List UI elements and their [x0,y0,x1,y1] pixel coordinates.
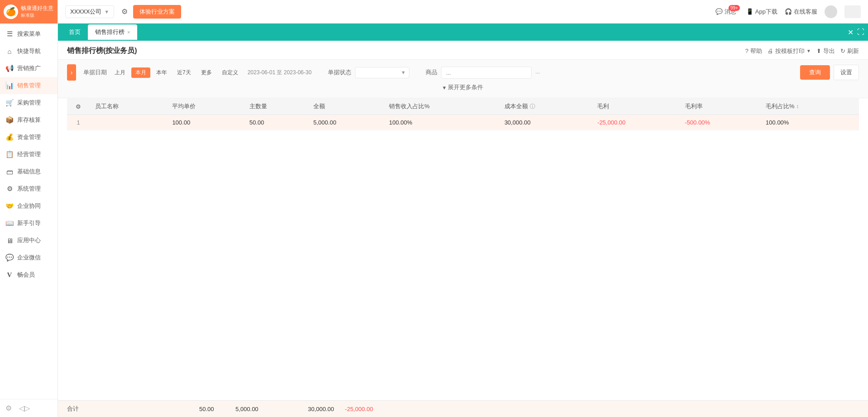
sidebar-item-label: 资金管理 [17,133,41,141]
summary-total: 5,000.00 [230,406,266,412]
date-filter: 单据日期 上月 本月 本年 近7天 更多 自定义 2023-06-01 至 20… [83,67,312,78]
sidebar-item-guide[interactable]: 📖 新手引导 [0,215,58,232]
sidebar-item-basic[interactable]: 🗃 基础信息 [0,163,58,180]
tabbar: 首页 销售排行榜 × ✕ ⛶ [58,24,868,41]
manage-icon: 📋 [5,150,14,158]
more-options-icon[interactable]: ··· [535,69,540,76]
sidebar-item-label: 快捷导航 [17,47,41,55]
print-button[interactable]: 🖨 按模板打印 ▼ [767,47,811,55]
sidebar-item-collab[interactable]: 🤝 企业协同 [0,197,58,215]
sidebar: 🍊 畅康通好生意 标准版 ☰ 搜索菜单 ⌂ 快捷导航 📢 营销推广 📊 销售管理… [0,0,58,417]
sidebar-item-manage[interactable]: 📋 经营管理 [0,146,58,163]
sidebar-item-marketing[interactable]: 📢 营销推广 [0,60,58,77]
info-icon[interactable]: ⓘ [530,103,535,110]
finance-icon: 💰 [5,133,14,141]
col-gross-profit: 毛利 [592,98,679,115]
sales-ranking-table: ⚙ 员工名称 平均单价 主数量 全额 销售收入占比% 成本全额 ⓘ 毛利 毛利率… [67,98,859,130]
cell-gp-pct: 100.00% [760,115,859,130]
sidebar-item-finance[interactable]: 💰 资金管理 [0,129,58,146]
tab-home-label: 首页 [69,28,81,36]
tab-active-label: 销售排行榜 [95,28,125,36]
message-icon: 💬 [715,8,723,15]
sidebar-item-wechat[interactable]: 💬 企业微信 [0,249,58,266]
sidebar-logo: 🍊 畅康通好生意 标准版 [0,0,58,24]
expand-more-button[interactable]: ▾ 展开更多条件 [67,81,859,93]
sidebar-item-purchase[interactable]: 🛒 采购管理 [0,94,58,111]
refresh-button[interactable]: ↻ 刷新 [840,47,859,55]
status-select[interactable]: 已审核 未审核 [355,67,409,78]
topbar-settings-icon[interactable]: ⚙ [121,7,128,16]
sidebar-item-system[interactable]: ⚙ 系统管理 [0,180,58,197]
tab-home[interactable]: 首页 [62,24,88,40]
collab-icon: 🤝 [5,202,14,210]
sidebar-item-apps[interactable]: 🖥 应用中心 [0,232,58,249]
app-download-button[interactable]: 📱 App下载 [746,8,777,16]
system-icon: ⚙ [5,185,14,193]
query-button[interactable]: 查询 [800,65,830,80]
sort-icon[interactable]: ↕ [796,103,799,110]
summary-label: 合计 [67,405,158,413]
settings-button[interactable]: 设置 [834,65,859,80]
col-main-qty: 主数量 [244,98,308,115]
sidebar-item-nav[interactable]: ⌂ 快捷导航 [0,43,58,60]
date-opt-this-year[interactable]: 本年 [152,67,171,78]
date-opt-more[interactable]: 更多 [197,67,216,78]
sidebar-item-inventory[interactable]: 📦 库存核算 [0,111,58,129]
help-button[interactable]: ? 帮助 [745,47,762,55]
date-opt-7days[interactable]: 近7天 [173,67,195,78]
app-label: App下载 [755,8,777,16]
date-opt-custom[interactable]: 自定义 [218,67,242,78]
marketing-icon: 📢 [5,64,14,72]
date-opt-last-month[interactable]: 上月 [110,67,129,78]
page-header: 销售排行榜(按业务员) ? 帮助 🖨 按模板打印 ▼ ⬆ 导出 ↻ 刷新 [58,41,868,60]
tab-expand-button[interactable]: ⛶ [857,28,864,37]
cell-gp-rate: -500.00% [680,115,761,130]
goods-input[interactable] [441,67,532,79]
tab-sales-ranking[interactable]: 销售排行榜 × [88,24,137,40]
sidebar-item-vip[interactable]: V 畅会员 [0,266,58,283]
search-icon: ☰ [5,30,14,38]
sidebar-item-label: 采购管理 [17,99,41,107]
cell-cost: 30,000.00 [499,115,592,130]
user-name-box[interactable] [844,5,861,18]
phone-icon: 📱 [746,8,753,15]
table-wrapper: ⚙ 员工名称 平均单价 主数量 全额 销售收入占比% 成本全额 ⓘ 毛利 毛利率… [58,98,868,400]
chevron-down-icon: ▼ [104,9,109,14]
sidebar-item-label: 应用中心 [17,236,41,244]
export-button[interactable]: ⬆ 导出 [816,47,835,55]
col-settings[interactable]: ⚙ [67,98,90,115]
summary-gross-profit: -25,000.00 [340,406,379,412]
trial-button[interactable]: 体验行业方案 [133,5,181,19]
settings-gear-icon[interactable]: ⚙ [5,404,12,412]
filter-expand-button[interactable]: › [67,64,76,81]
guide-icon: 📖 [5,219,14,227]
chevron-down-icon: ▾ [443,84,446,91]
column-settings-icon[interactable]: ⚙ [76,103,81,110]
sidebar-item-sales[interactable]: 📊 销售管理 [0,77,58,94]
sidebar-item-label: 搜索菜单 [17,30,41,38]
goods-filter: 商品 ··· [426,67,540,79]
company-selector[interactable]: XXXXX公司 ▼ [65,5,114,18]
sidebar-item-label: 库存核算 [17,116,41,124]
col-gp-pct: 毛利占比% ↕ [760,98,859,115]
purchase-icon: 🛒 [5,99,14,107]
tab-close-icon[interactable]: × [127,29,130,35]
headset-icon: 🎧 [785,8,792,15]
sidebar-item-search[interactable]: ☰ 搜索菜单 [0,25,58,43]
table-footer: 合计 50.00 5,000.00 30,000.00 -25,000.00 [58,400,868,417]
sidebar-nav: ☰ 搜索菜单 ⌂ 快捷导航 📢 营销推广 📊 销售管理 🛒 采购管理 📦 库存核… [0,24,58,399]
user-avatar[interactable] [825,5,837,18]
message-button[interactable]: 💬 消息 99+ [715,8,736,16]
date-opt-this-month[interactable]: 本月 [131,67,150,78]
col-avg-price: 平均单价 [167,98,244,115]
filter-bar: › 单据日期 上月 本月 本年 近7天 更多 自定义 2023-06-01 至 … [58,60,868,98]
date-filter-label: 单据日期 [83,68,107,77]
online-service-button[interactable]: 🎧 在线客服 [785,8,817,16]
goods-filter-label: 商品 [426,68,437,77]
page-title: 销售排行榜(按业务员) [67,46,137,56]
page-content: 销售排行榜(按业务员) ? 帮助 🖨 按模板打印 ▼ ⬆ 导出 ↻ 刷新 [58,41,868,417]
collapse-icon[interactable]: ◁▷ [19,404,30,412]
cell-sales-pct: 100.00% [384,115,499,130]
service-label: 在线客服 [794,8,817,16]
tab-close-all-button[interactable]: ✕ [848,28,854,37]
